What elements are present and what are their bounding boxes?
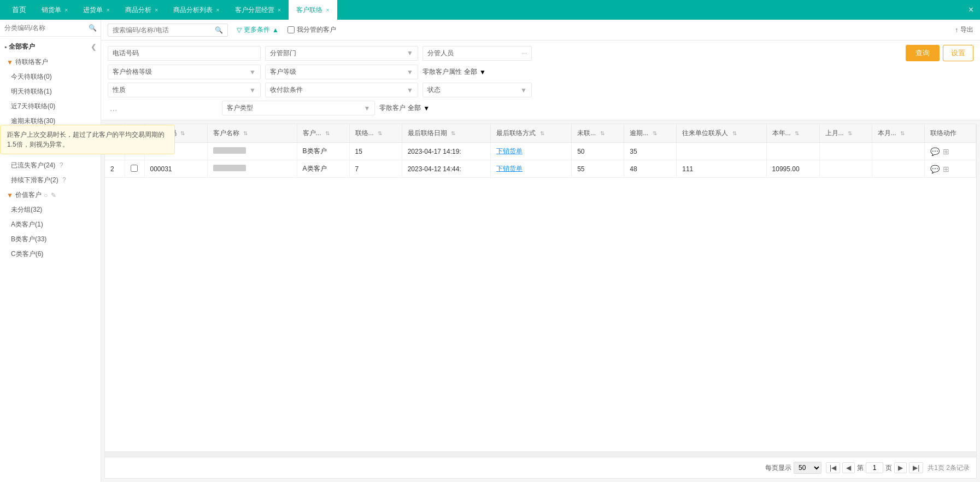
filter-nature[interactable]: 性质 ▼	[108, 83, 261, 97]
first-page-btn[interactable]: |◀	[826, 462, 840, 473]
my-customer-checkbox[interactable]	[287, 26, 295, 33]
sort-last-method-icon[interactable]: ⇅	[540, 130, 544, 136]
close-all-btn[interactable]: ×	[969, 5, 973, 15]
sidebar-search-input[interactable]	[4, 24, 86, 32]
sidebar-value-group[interactable]: ▼ 价值客户 ○ ✎	[0, 188, 101, 202]
col-last-date-label: 最后联络日期	[408, 129, 447, 137]
sort-type-icon[interactable]: ⇅	[325, 130, 330, 136]
nav-customer-contact[interactable]: 客户联络 ×	[289, 0, 337, 20]
nav-sales[interactable]: 销货单 ×	[34, 0, 75, 20]
customer-table: ⚙ 客户编码 ⇅ 客户名称 ⇅	[105, 124, 976, 178]
nav-customer-contact-close[interactable]: ×	[326, 7, 329, 13]
sidebar-type-c[interactable]: C类客户(6)	[0, 247, 101, 262]
table-scroll[interactable]: ⚙ 客户编码 ⇅ 客户名称 ⇅	[105, 124, 976, 451]
sort-unit-contacts-icon[interactable]: ⇅	[732, 130, 737, 136]
nav-purchase[interactable]: 进货单 ×	[75, 0, 117, 20]
sort-last-month-icon[interactable]: ⇅	[848, 130, 852, 136]
filter-payment[interactable]: 收付款条件 ▼	[265, 83, 418, 97]
my-customer-checkbox-label[interactable]: 我分管的客户	[287, 25, 336, 34]
nav-product-analysis-close[interactable]: ×	[155, 7, 158, 13]
manager-dots[interactable]: ···	[521, 49, 527, 57]
sidebar-declining[interactable]: 持续下滑客户(2) ?	[0, 173, 101, 188]
row2-action-icons: 💬 ⊞	[930, 165, 970, 173]
row2-name-blurred	[213, 165, 246, 171]
filter-price-level[interactable]: 客户价格等级 ▼	[108, 65, 261, 79]
row1-name-blurred	[213, 147, 246, 154]
nav-product-analysis[interactable]: 商品分析 ×	[118, 0, 166, 20]
col-overdue: 逾期... ⇅	[624, 124, 677, 143]
row2-action: 💬 ⊞	[924, 160, 976, 178]
scattered-arrow[interactable]: ▼	[423, 104, 430, 112]
row2-checkbox[interactable]	[131, 165, 138, 172]
col-last-date: 最后联络日期 ⇅	[402, 124, 491, 143]
nav-product-list-close[interactable]: ×	[216, 7, 219, 13]
sort-uncontacted-icon[interactable]: ⇅	[600, 130, 605, 136]
question-icon-declining[interactable]: ?	[62, 176, 66, 184]
sort-this-month-icon[interactable]: ⇅	[900, 130, 905, 136]
sort-name-icon[interactable]: ⇅	[243, 130, 248, 136]
row4-dots[interactable]: ...	[108, 103, 119, 113]
row2-checkbox-cell[interactable]	[125, 160, 144, 178]
settings-button[interactable]: 设置	[943, 45, 973, 61]
sidebar-pending-group[interactable]: ▼ 待联络客户	[0, 55, 101, 69]
row1-last-method[interactable]: 下销货单	[491, 143, 572, 160]
nav-purchase-close[interactable]: ×	[106, 7, 109, 13]
row1-type: B类客户	[297, 143, 349, 160]
sort-overdue-icon[interactable]: ⇅	[653, 130, 657, 136]
nav-product-list[interactable]: 商品分析列表 ×	[166, 0, 227, 20]
question-icon-already-lost[interactable]: ?	[60, 161, 63, 169]
filter-search-input[interactable]	[113, 26, 215, 34]
sort-code-icon[interactable]: ⇅	[180, 130, 185, 136]
status-arrow: ▼	[520, 86, 527, 94]
edit-icon[interactable]: ✎	[51, 191, 56, 199]
row1-action-icons: 💬 ⊞	[930, 147, 970, 156]
nav-sales-close[interactable]: ×	[64, 7, 68, 13]
nav-customer-segment-close[interactable]: ×	[278, 7, 281, 13]
sort-contact-icon[interactable]: ⇅	[378, 130, 382, 136]
sort-this-year-icon[interactable]: ⇅	[795, 130, 799, 136]
sidebar-tomorrow-pending[interactable]: 明天待联络(1)	[0, 84, 101, 99]
nature-arrow: ▼	[249, 86, 256, 94]
filter-customer-level[interactable]: 客户等级 ▼	[265, 65, 418, 79]
filter-phone[interactable]: 电话号码	[108, 46, 261, 61]
filter-customer-type[interactable]: 客户类型 ▼	[222, 101, 375, 115]
query-button[interactable]: 查询	[906, 45, 940, 61]
nav-customer-segment[interactable]: 客户分层经营 ×	[227, 0, 289, 20]
page-number-input[interactable]	[866, 462, 883, 473]
row2-chat-icon[interactable]: 💬	[930, 165, 940, 173]
sidebar-all-customers[interactable]: ▪ 全部客户 ❮	[0, 39, 101, 55]
filter-row-1: 电话号码 分管部门 ▼ 分管人员 ··· 查询 设置	[108, 45, 973, 61]
last-page-btn[interactable]: ▶|	[909, 462, 923, 473]
collapse-btn[interactable]: ❮	[91, 43, 96, 51]
prev-page-btn[interactable]: ◀	[842, 462, 855, 473]
col-name: 客户名称 ⇅	[207, 124, 297, 143]
filter-division[interactable]: 分管部门 ▼	[265, 46, 418, 61]
sidebar-search-icon[interactable]: 🔍	[89, 24, 97, 32]
filter-status[interactable]: 状态 ▼	[422, 83, 532, 97]
row1-grid-icon[interactable]: ⊞	[943, 147, 949, 156]
more-filter-btn[interactable]: ▽ 更多条件 ▲	[232, 23, 283, 37]
export-btn[interactable]: ↑ 导出	[955, 25, 973, 34]
sidebar-type-b[interactable]: B类客户(33)	[0, 232, 101, 247]
col-last-month-label: 上月...	[825, 129, 844, 137]
per-page-select[interactable]: 10 20 50 100	[794, 462, 821, 474]
row1-contact: 15	[349, 143, 402, 160]
horizontal-scrollbar[interactable]	[105, 451, 976, 457]
scattered-attr-arrow[interactable]: ▼	[479, 68, 486, 76]
filter-manager[interactable]: 分管人员 ···	[422, 46, 532, 61]
sidebar-7days-pending[interactable]: 近7天待联络(0)	[0, 99, 101, 114]
sidebar-ungrouped[interactable]: 未分组(32)	[0, 202, 101, 217]
sort-last-date-icon[interactable]: ⇅	[451, 130, 455, 136]
sidebar-lost[interactable]: 已流失客户(24) ?	[0, 158, 101, 173]
row2-grid-icon[interactable]: ⊞	[943, 165, 949, 173]
row1-chat-icon[interactable]: 💬	[930, 147, 940, 156]
table-row: 2 000031 A类客户 7 2023-04-12 14:44: 下销货单 5…	[105, 160, 976, 178]
row1-method-link[interactable]: 下销货单	[496, 147, 523, 155]
next-page-btn[interactable]: ▶	[894, 462, 907, 473]
nav-home[interactable]: 首页	[4, 0, 34, 20]
row2-last-method[interactable]: 下销货单	[491, 160, 572, 178]
sidebar-type-a[interactable]: A类客户(1)	[0, 217, 101, 232]
sidebar-today-pending[interactable]: 今天待联络(0)	[0, 69, 101, 84]
filter-search-icon[interactable]: 🔍	[215, 26, 223, 34]
row2-method-link[interactable]: 下销货单	[496, 165, 523, 172]
